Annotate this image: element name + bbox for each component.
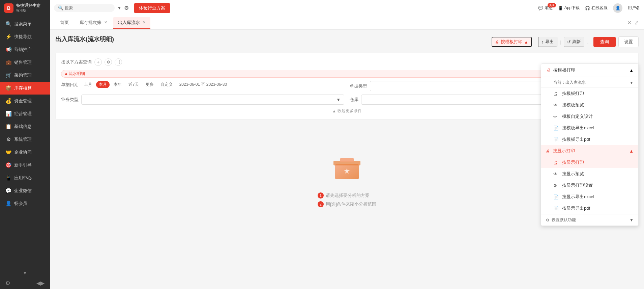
chip-icon: ●: [65, 71, 67, 77]
app-version: 标准版: [16, 8, 40, 13]
avatar[interactable]: 👤: [613, 3, 622, 13]
tab-inventory-flow[interactable]: 出入库流水 ✕: [113, 17, 150, 29]
topbar-right: 💬 消息 99+ 📱 App下载 🎧 在线客服 👤 用户名: [538, 3, 640, 13]
query-btn[interactable]: 查询: [593, 37, 616, 47]
print-template-btn[interactable]: 🖨 按模板打印 ▲: [492, 37, 532, 47]
sidebar-item-marketing[interactable]: 📢 营销推广: [0, 43, 50, 56]
sidebar-item-label: 经营管理: [14, 111, 32, 117]
sidebar-item-label: 搜索菜单: [14, 21, 32, 27]
dp-item-display-print[interactable]: 🖨 按显示打印: [541, 157, 638, 168]
filter-settings-btn[interactable]: ⚙: [105, 58, 112, 66]
refresh-btn[interactable]: ↺ 刷新: [564, 37, 584, 47]
date-option-custom[interactable]: 自定义: [158, 81, 175, 88]
sidebar-item-label: 畅会员: [14, 201, 27, 207]
search-icon: 🔍: [5, 21, 11, 27]
pdf-icon: 📄: [553, 137, 559, 142]
filter-field-date: 单据日期 上月 本月 本年 近7天 更多 自定义 2023-06-01 至 20…: [61, 81, 344, 88]
tab-close-flow[interactable]: ✕: [143, 20, 146, 25]
sidebar-item-inventory[interactable]: 📦 库存核算: [0, 82, 50, 95]
warehouse-field-label: 仓库: [350, 97, 358, 103]
sidebar-scroll-down[interactable]: ▼: [0, 269, 50, 277]
tab-close-icon[interactable]: ✕: [627, 20, 632, 26]
chevron-down-icon: ▼: [630, 218, 634, 222]
topbar-actions: ▼ ⚙ 体验行业方案: [117, 3, 170, 13]
date-option-7days[interactable]: 近7天: [126, 81, 142, 88]
sidebar-item-label: 销售管理: [14, 59, 32, 65]
footer-icon: ⚙: [546, 218, 550, 222]
dp-header[interactable]: 🖨 按模板打印 ▲: [541, 64, 638, 77]
sidebar-item-label: 基础信息: [14, 124, 32, 130]
sidebar-item-search[interactable]: 🔍 搜索菜单: [0, 18, 50, 30]
sidebar-item-guide[interactable]: 🎯 新手引导: [0, 159, 50, 172]
dp-item-template-pdf[interactable]: 📄 按模板导出pdf: [541, 134, 638, 145]
sidebar-item-finance[interactable]: 💰 资金管理: [0, 95, 50, 107]
filter-collapse-btn[interactable]: 《: [115, 58, 122, 66]
dp-current-label: 当前：出入库流水: [553, 80, 586, 85]
sidebar-item-app-center[interactable]: 📱 应用中心: [0, 172, 50, 184]
dp-item-display-excel[interactable]: 📄 按显示导出excel: [541, 191, 638, 203]
topbar-app-download[interactable]: 📱 App下载: [558, 5, 580, 11]
sidebar-nav: 🔍 搜索菜单 ⚡ 快捷导航 📢 营销推广 💼 销售管理 🛒 采购管理 📦 库存核…: [0, 16, 50, 269]
logo-icon: B: [4, 3, 13, 13]
topbar-search-box[interactable]: 🔍: [54, 4, 115, 12]
dropdown-panel: 🖨 按模板打印 ▲ 当前：出入库流水 ▼ 🖨 按模板打印 👁 按模板预览 ✏: [541, 63, 639, 226]
guide-icon: 🎯: [5, 162, 11, 168]
export-btn[interactable]: ↑ 导出: [538, 37, 557, 47]
business-field-label: 业务类型: [61, 97, 79, 103]
dp-item-template-design[interactable]: ✏ 模板自定义设计: [541, 111, 638, 122]
filter-field-business: 业务类型 ▼: [61, 95, 344, 105]
app-name: 畅捷通好生意: [16, 3, 40, 8]
shortcut-icon: ⚡: [5, 34, 11, 40]
topbar-service[interactable]: 🎧 在线客服: [585, 5, 608, 11]
industry-btn[interactable]: 体验行业方案: [134, 3, 170, 13]
topbar-gear-icon[interactable]: ⚙: [124, 5, 129, 11]
dp-item-template-excel[interactable]: 📄 按模板导出excel: [541, 122, 638, 134]
sidebar-item-operations[interactable]: 📊 经营管理: [0, 107, 50, 120]
content-area: 出入库流水(流水明细) 🖨 按模板打印 ▲ | ↑ 导出 | ↺ 刷新 ...: [50, 30, 644, 289]
date-option-this-year[interactable]: 本年: [111, 81, 124, 88]
sidebar-item-label: 企业协同: [14, 149, 32, 155]
settings-bottom-icon[interactable]: ⚙: [5, 280, 10, 286]
sidebar-item-label: 营销推广: [14, 47, 32, 53]
business-select[interactable]: ▼: [81, 95, 344, 105]
filter-add-btn[interactable]: ＋: [94, 58, 102, 66]
sidebar-item-sales[interactable]: 💼 销售管理: [0, 56, 50, 69]
chevron-down-icon: ▼: [336, 97, 341, 102]
enterprise-icon: 🤝: [5, 149, 11, 155]
tab-close-batch[interactable]: ✕: [104, 20, 107, 25]
date-option-last-month[interactable]: 上月: [81, 81, 95, 88]
phone-icon: 📱: [558, 6, 563, 10]
username[interactable]: 用户名: [628, 5, 640, 11]
sidebar-item-label: 库存核算: [14, 85, 32, 91]
date-option-this-month[interactable]: 本月: [96, 81, 110, 88]
search-input[interactable]: [65, 6, 105, 10]
date-option-more[interactable]: 更多: [143, 81, 156, 88]
dp-item-display-pdf[interactable]: 📄 按显示导出pdf: [541, 203, 638, 214]
dp-item-display-settings[interactable]: ⚙ 按显示打印设置: [541, 180, 638, 191]
sidebar-item-member[interactable]: 👤 畅会员: [0, 197, 50, 210]
export-icon: ↑: [541, 40, 544, 45]
sidebar-item-shortcut[interactable]: ⚡ 快捷导航: [0, 30, 50, 43]
dp-item-template-print[interactable]: 🖨 按模板打印: [541, 88, 638, 99]
collapse-sidebar-icon[interactable]: ◀▶: [36, 280, 45, 286]
print-icon: 🖨: [495, 40, 499, 45]
sidebar-item-enterprise[interactable]: 🤝 企业协同: [0, 146, 50, 159]
dp-footer[interactable]: ⚙ 设置默认功能 ▼: [541, 214, 638, 226]
tab-expand-icon[interactable]: ⤢: [634, 20, 639, 26]
tab-batch-account[interactable]: 库存批次账 ✕: [75, 17, 112, 29]
sidebar-item-purchase[interactable]: 🛒 采购管理: [0, 69, 50, 82]
dp-item-display-preview[interactable]: 👁 按显示预览: [541, 168, 638, 180]
dp-section-display[interactable]: 🖨 按显示打印 ▲: [541, 145, 638, 157]
dp-item-template-preview[interactable]: 👁 按模板预览: [541, 99, 638, 111]
topbar-msg[interactable]: 💬 消息 99+: [538, 5, 553, 11]
sidebar-item-system[interactable]: ⚙ 系统管理: [0, 133, 50, 146]
settings-btn[interactable]: 设置: [618, 36, 639, 47]
sidebar-item-label: 资金管理: [14, 98, 32, 104]
empty-tip-1: 1 请先选择要分析的方案: [318, 191, 376, 200]
sidebar-item-wechat[interactable]: 💬 企业微信: [0, 184, 50, 197]
topbar-chevron-icon[interactable]: ▼: [117, 6, 121, 10]
sidebar-item-basic[interactable]: 📋 基础信息: [0, 120, 50, 133]
tab-home[interactable]: 首页: [55, 17, 74, 29]
dp-current[interactable]: 当前：出入库流水 ▼: [541, 77, 638, 88]
design-icon: ✏: [553, 114, 559, 119]
